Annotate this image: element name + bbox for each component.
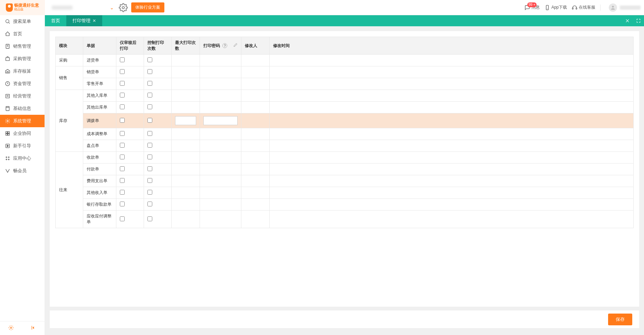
limit-count-checkbox[interactable] xyxy=(147,178,152,183)
audit-only-checkbox[interactable] xyxy=(120,202,125,206)
limit-count-checkbox[interactable] xyxy=(147,155,152,159)
sidebar-item-vip[interactable]: 畅会员 xyxy=(0,165,45,177)
main-area: 首页 打印管理 ✕ xyxy=(45,15,644,335)
cell-modifier xyxy=(241,152,270,164)
save-button[interactable]: 保存 xyxy=(608,314,632,325)
cell-doc: 调拨单 xyxy=(83,113,116,128)
limit-count-checkbox[interactable] xyxy=(147,216,152,221)
brand-title: 畅捷通好生意 xyxy=(14,3,39,7)
chevron-down-icon: ⌄ xyxy=(110,5,114,10)
edit-column-icon[interactable] xyxy=(233,43,238,48)
sidebar-settings-button[interactable] xyxy=(8,325,14,332)
messages-button[interactable]: 99 + 消息 xyxy=(525,4,540,10)
tab-print-management[interactable]: 打印管理 ✕ xyxy=(66,15,102,26)
limit-count-checkbox[interactable] xyxy=(147,143,152,148)
print-password-input[interactable] xyxy=(203,116,238,125)
brand-logo[interactable]: 畅捷通好生意 精品版 xyxy=(0,0,45,15)
vip-icon xyxy=(5,168,10,174)
cell-audit-only xyxy=(116,187,144,199)
user-menu[interactable] xyxy=(605,3,641,12)
sidebar-item-search[interactable]: 搜索菜单 xyxy=(0,15,45,28)
cell-audit-only xyxy=(116,211,144,228)
cell-modify-time xyxy=(270,211,634,228)
sidebar-item-newbie[interactable]: 新手引导 xyxy=(0,140,45,152)
sidebar-collapse-button[interactable] xyxy=(31,325,36,332)
cell-modify-time xyxy=(270,199,634,211)
cell-modify-time xyxy=(270,90,634,102)
org-selector[interactable]: ⌄ xyxy=(49,3,117,12)
cell-print-password xyxy=(200,140,241,152)
limit-count-checkbox[interactable] xyxy=(147,93,152,97)
cell-audit-only xyxy=(116,66,144,78)
sidebar-item-base[interactable]: 基础信息 xyxy=(0,102,45,115)
sidebar-item-operate[interactable]: 经营管理 xyxy=(0,90,45,102)
audit-only-checkbox[interactable] xyxy=(120,143,125,148)
sidebar-item-fund[interactable]: 资金管理 xyxy=(0,77,45,90)
audit-only-checkbox[interactable] xyxy=(120,190,125,195)
audit-only-checkbox[interactable] xyxy=(120,57,125,62)
svg-rect-3 xyxy=(572,8,573,9)
audit-only-checkbox[interactable] xyxy=(120,131,125,136)
max-count-input[interactable] xyxy=(175,116,196,125)
cell-modify-time xyxy=(270,164,634,175)
horizontal-scrollbar[interactable] xyxy=(50,329,639,334)
cell-print-password xyxy=(200,187,241,199)
limit-count-checkbox[interactable] xyxy=(147,57,152,62)
cell-modifier xyxy=(241,66,270,78)
tabbar: 首页 打印管理 ✕ xyxy=(45,15,644,26)
audit-only-checkbox[interactable] xyxy=(120,155,125,159)
audit-only-checkbox[interactable] xyxy=(120,216,125,221)
cell-doc: 银行存取款单 xyxy=(83,199,116,211)
audit-only-checkbox[interactable] xyxy=(120,178,125,183)
cell-audit-only xyxy=(116,199,144,211)
audit-only-checkbox[interactable] xyxy=(120,81,125,86)
close-all-tabs-button[interactable] xyxy=(622,15,633,26)
limit-count-checkbox[interactable] xyxy=(147,166,152,171)
trial-industry-button[interactable]: 体验行业方案 xyxy=(131,2,164,12)
sidebar-item-appcenter[interactable]: 应用中心 xyxy=(0,152,45,165)
sidebar-item-label: 系统管理 xyxy=(13,118,31,124)
help-icon[interactable]: ? xyxy=(222,43,227,48)
cell-modifier xyxy=(241,78,270,90)
tab-home[interactable]: 首页 xyxy=(45,15,66,26)
sidebar-item-home[interactable]: 首页 xyxy=(0,28,45,40)
limit-count-checkbox[interactable] xyxy=(147,104,152,109)
audit-only-checkbox[interactable] xyxy=(120,69,125,74)
sidebar-item-stockacc[interactable]: 库存核算 xyxy=(0,65,45,77)
svg-point-25 xyxy=(6,157,7,158)
cell-print-password xyxy=(200,55,241,66)
limit-count-checkbox[interactable] xyxy=(147,202,152,206)
cell-max-count xyxy=(172,152,200,164)
app-download-button[interactable]: App下载 xyxy=(545,4,567,10)
org-settings-button[interactable] xyxy=(119,3,128,12)
play-icon xyxy=(5,143,10,149)
sidebar-item-coop[interactable]: 企业协同 xyxy=(0,127,45,140)
close-icon[interactable]: ✕ xyxy=(93,18,96,23)
cell-modifier xyxy=(241,113,270,128)
fullscreen-button[interactable] xyxy=(633,15,644,26)
sidebar-item-system[interactable]: 系统管理 xyxy=(0,115,45,127)
sidebar-item-sales[interactable]: 销售管理 xyxy=(0,40,45,53)
sidebar-item-label: 基础信息 xyxy=(13,105,31,112)
table-row: 销售销货单 xyxy=(56,66,634,78)
audit-only-checkbox[interactable] xyxy=(120,118,125,123)
limit-count-checkbox[interactable] xyxy=(147,118,152,123)
cell-limit-count xyxy=(144,113,172,128)
cell-limit-count xyxy=(144,66,172,78)
cell-modifier xyxy=(241,128,270,140)
tab-print-management-label: 打印管理 xyxy=(73,18,90,24)
svg-rect-11 xyxy=(6,58,10,61)
sidebar-item-purchase[interactable]: 采购管理 xyxy=(0,53,45,65)
limit-count-checkbox[interactable] xyxy=(147,69,152,74)
table-row: 零售开单 xyxy=(56,78,634,90)
sidebar-item-label: 新手引导 xyxy=(13,143,31,149)
cell-modify-time xyxy=(270,102,634,113)
online-service-button[interactable]: 在线客服 xyxy=(572,4,595,10)
limit-count-checkbox[interactable] xyxy=(147,190,152,195)
headset-icon xyxy=(572,5,577,10)
audit-only-checkbox[interactable] xyxy=(120,93,125,97)
audit-only-checkbox[interactable] xyxy=(120,104,125,109)
limit-count-checkbox[interactable] xyxy=(147,81,152,86)
audit-only-checkbox[interactable] xyxy=(120,166,125,171)
limit-count-checkbox[interactable] xyxy=(147,131,152,136)
